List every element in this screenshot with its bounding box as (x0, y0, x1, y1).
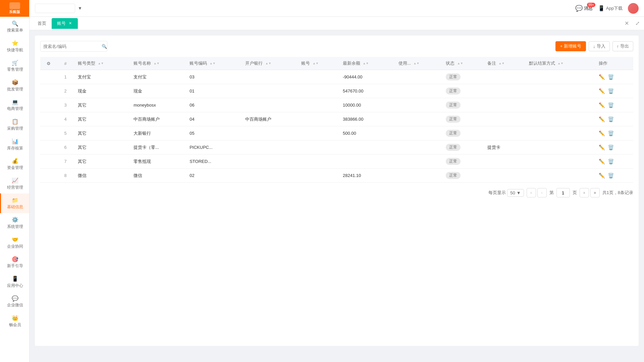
th-balance[interactable]: 最新余额 ▲▼ (339, 57, 394, 70)
sidebar-item-beginner-guide[interactable]: 🎯 新手引导 (0, 252, 29, 272)
cell-bank-5 (241, 140, 297, 155)
sidebar-item-retail-mgmt[interactable]: 🛒 零售管理 (0, 56, 29, 76)
cell-status-4: 正常 (442, 126, 483, 140)
cell-account-0 (297, 70, 339, 84)
cell-balance-1: 547670.00 (339, 84, 394, 98)
sidebar-item-enterprise-agreement[interactable]: 🤝 企业协同 (0, 233, 29, 253)
cell-code-5: PICKUPC... (185, 140, 241, 155)
cell-settings-4 (40, 126, 57, 140)
delete-button-4[interactable]: 🗑️ (608, 130, 614, 136)
sidebar-item-operations-mgmt[interactable]: 📈 经营管理 (0, 174, 29, 194)
main-area: ▼ 💬 消息 99+ 📱 App下载 首页 账号 ✕ ✕ ⤢ (30, 0, 644, 362)
sidebar-item-search-menu[interactable]: 🔍 搜索菜单 (0, 17, 29, 37)
sidebar-item-quick-nav[interactable]: ⭐ 快捷导航 (0, 37, 29, 56)
add-account-button[interactable]: + 新增账号 (555, 41, 586, 51)
app-download-button[interactable]: 📱 App下载 (598, 5, 623, 11)
sort-status-icon: ▲▼ (457, 62, 463, 65)
delete-button-7[interactable]: 🗑️ (608, 173, 614, 179)
th-name[interactable]: 账号名称 ▲▼ (129, 57, 185, 70)
sidebar-item-inventory[interactable]: 📊 库存核算 (0, 135, 29, 155)
th-payment[interactable]: 默认结算方式 ▲▼ (525, 57, 595, 70)
export-button[interactable]: ↑ 导出 (612, 41, 634, 51)
per-page-select[interactable]: 50 ▼ (507, 189, 524, 197)
topbar-dropdown[interactable]: ▼ (78, 6, 82, 11)
th-status[interactable]: 状态 ▲▼ (442, 57, 483, 70)
cell-balance-3: 383866.00 (339, 112, 394, 126)
delete-button-2[interactable]: 🗑️ (608, 102, 614, 108)
sidebar-item-system-mgmt[interactable]: ⚙️ 系统管理 (0, 213, 29, 233)
export-label: 导出 (620, 43, 629, 49)
cell-action-6: ✏️ 🗑️ (595, 155, 633, 169)
cell-settings-3 (40, 112, 57, 126)
cell-code-6: STORED... (185, 155, 241, 169)
table-row: 8 微信 微信 02 28241.10 正常 ✏️ 🗑️ (40, 169, 633, 183)
cell-type-3: 其它 (74, 112, 129, 126)
th-type[interactable]: 账号类型 ▲▼ (74, 57, 129, 70)
cell-action-7: ✏️ 🗑️ (595, 169, 633, 183)
search-input[interactable] (43, 44, 100, 49)
th-settings[interactable]: ⚙ (40, 57, 57, 70)
th-bank[interactable]: 开户银行 ▲▼ (241, 57, 297, 70)
topbar-search-input[interactable] (35, 4, 75, 13)
sidebar-item-ecommerce-mgmt[interactable]: 💻 电商管理 (0, 95, 29, 115)
sidebar-item-enterprise-wechat[interactable]: 💬 企业微信 (0, 292, 29, 311)
cell-name-1: 现金 (129, 84, 185, 98)
edit-button-2[interactable]: ✏️ (599, 102, 605, 108)
messages-button[interactable]: 💬 消息 99+ (575, 5, 593, 12)
edit-button-3[interactable]: ✏️ (599, 116, 605, 122)
sidebar-icon-quick-nav: ⭐ (12, 40, 18, 47)
page-prev-button[interactable]: ‹ (537, 188, 547, 197)
cell-action-2: ✏️ 🗑️ (595, 98, 633, 112)
cell-code-4: 05 (185, 126, 241, 140)
edit-button-0[interactable]: ✏️ (599, 74, 605, 80)
th-usage[interactable]: 使用... ▲▼ (394, 57, 442, 70)
table-row: 7 其它 零售抵现 STORED... 正常 ✏️ 🗑️ (40, 155, 633, 169)
th-remark[interactable]: 备注 ▲▼ (483, 57, 525, 70)
cell-settings-0 (40, 70, 57, 84)
tab-account-close[interactable]: ✕ (68, 21, 72, 26)
sort-type-icon: ▲▼ (98, 62, 104, 65)
page-number-input[interactable] (556, 188, 570, 197)
sort-payment-icon: ▲▼ (557, 62, 564, 65)
edit-button-1[interactable]: ✏️ (599, 88, 605, 94)
delete-button-1[interactable]: 🗑️ (608, 88, 614, 94)
delete-button-3[interactable]: 🗑️ (608, 116, 614, 122)
delete-button-5[interactable]: 🗑️ (608, 144, 614, 150)
delete-button-6[interactable]: 🗑️ (608, 159, 614, 165)
th-account[interactable]: 账号 ▲▼ (297, 57, 339, 70)
sidebar-item-capital-mgmt[interactable]: 💰 资金管理 (0, 154, 29, 174)
cell-status-5: 正常 (442, 140, 483, 155)
sidebar-item-app-center[interactable]: 📱 应用中心 (0, 272, 29, 292)
import-button[interactable]: ↓ 导入 (589, 41, 610, 51)
cell-balance-4: 500.00 (339, 126, 394, 140)
sidebar-label-beginner-guide: 新手引导 (7, 263, 23, 269)
status-badge-4: 正常 (446, 130, 461, 137)
sidebar-label-quick-nav: 快捷导航 (7, 48, 23, 53)
cell-num-1: 2 (57, 84, 74, 98)
table-row: 1 支付宝 支付宝 03 -90444.00 正常 ✏️ 🗑️ (40, 70, 633, 84)
edit-button-4[interactable]: ✏️ (599, 130, 605, 136)
sidebar-item-wholesale-mgmt[interactable]: 📦 批发管理 (0, 76, 29, 96)
status-badge-1: 正常 (446, 87, 461, 95)
tab-home[interactable]: 首页 (32, 18, 52, 29)
edit-button-7[interactable]: ✏️ (599, 173, 605, 179)
tab-account[interactable]: 账号 ✕ (52, 18, 78, 29)
sidebar-item-purchase-mgmt[interactable]: 📋 采购管理 (0, 115, 29, 135)
sidebar-item-vip-member[interactable]: 👑 畅会员 (0, 311, 29, 331)
delete-button-0[interactable]: 🗑️ (608, 74, 614, 80)
sidebar-item-basic-info[interactable]: 📁 基础信息 (0, 193, 29, 213)
import-icon: ↓ (593, 44, 595, 49)
edit-button-5[interactable]: ✏️ (599, 144, 605, 150)
sort-name-icon: ▲▼ (154, 62, 160, 65)
page-last-button[interactable]: » (590, 188, 600, 197)
cell-num-0: 1 (57, 70, 74, 84)
page-next-button[interactable]: › (580, 188, 589, 197)
page-first-button[interactable]: « (527, 188, 536, 197)
th-code[interactable]: 账号编码 ▲▼ (185, 57, 241, 70)
tab-expand-button[interactable]: ⤢ (633, 19, 641, 27)
sidebar-label-wholesale-mgmt: 批发管理 (7, 87, 23, 92)
tab-close-all-button[interactable]: ✕ (623, 19, 631, 27)
edit-button-6[interactable]: ✏️ (599, 159, 605, 165)
user-avatar[interactable] (628, 3, 639, 14)
app-logo: 乐账版 (0, 0, 29, 17)
